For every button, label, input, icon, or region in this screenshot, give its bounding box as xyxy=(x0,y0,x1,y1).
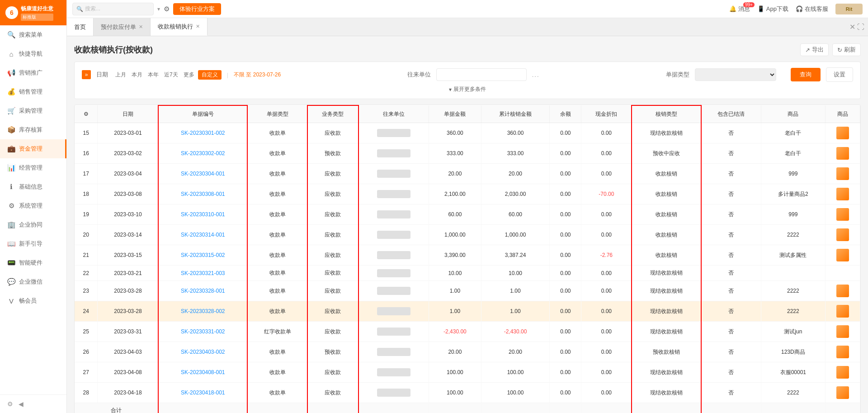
message-btn[interactable]: 🔔 消息 99+ xyxy=(729,5,750,13)
tab-receipt-close[interactable]: ✕ xyxy=(196,24,200,29)
sidebar-item-search[interactable]: 🔍 搜索菜单 xyxy=(0,25,66,44)
code-link[interactable]: SK-20230321-003 xyxy=(181,270,225,276)
filter-query-btn[interactable]: 查询 xyxy=(791,68,821,81)
tab-close-btn[interactable]: ✕ xyxy=(849,23,855,31)
sidebar-item-guide[interactable]: 📖 新手引导 xyxy=(0,234,66,253)
sidebar-item-marketing[interactable]: 📢 营销推广 xyxy=(0,63,66,82)
collapse-icon[interactable]: ◀ xyxy=(19,400,24,408)
row-num: 19 xyxy=(75,204,98,225)
sidebar-item-hardware[interactable]: 📟 智能硬件 xyxy=(0,253,66,272)
filter-expand-btn[interactable]: ▾ 展开更多条件 xyxy=(449,85,486,93)
row-date: 2023-04-18 xyxy=(98,383,159,403)
product-image xyxy=(836,167,849,180)
code-link[interactable]: SK-20230302-002 xyxy=(181,150,225,157)
row-balance: 0.00 xyxy=(550,362,581,383)
sidebar-item-system[interactable]: ⚙ 系统管理 xyxy=(0,196,66,215)
code-link[interactable]: SK-20230328-001 xyxy=(181,288,225,294)
sidebar-item-wechat[interactable]: 💬 企业微信 xyxy=(0,272,66,291)
row-discount: 0.00 xyxy=(581,143,632,164)
row-num: 28 xyxy=(75,383,98,403)
th-settings[interactable]: ⚙ xyxy=(75,105,98,123)
code-link[interactable]: SK-20230408-001 xyxy=(181,369,225,375)
filter-this-year[interactable]: 本年 xyxy=(146,70,160,80)
filter-partner-input[interactable] xyxy=(436,68,527,81)
row-cancel-type: 现结收款核销 xyxy=(632,362,701,383)
filter-toggle-btn[interactable]: » xyxy=(82,70,91,79)
export-btn[interactable]: ↗ 导出 xyxy=(800,43,829,56)
row-biz-type: 应收款 xyxy=(307,204,359,225)
row-settled: 否 xyxy=(701,362,761,383)
sidebar-item-ops[interactable]: 📊 经营管理 xyxy=(0,158,66,177)
filter-settings-btn[interactable]: 设置 xyxy=(826,67,853,82)
sidebar-item-inventory[interactable]: 📦 库存核算 xyxy=(0,120,66,139)
sidebar-item-basic[interactable]: ℹ 基础信息 xyxy=(0,177,66,196)
code-link[interactable]: SK-20230331-002 xyxy=(181,328,225,335)
sidebar-item-sales[interactable]: 💰 销售管理 xyxy=(0,82,66,101)
row-goods: 老白干 xyxy=(761,123,826,143)
code-link[interactable]: SK-20230304-001 xyxy=(181,171,225,177)
row-discount: 0.00 xyxy=(581,123,632,143)
code-link[interactable]: SK-20230310-001 xyxy=(181,211,225,218)
topbar-chevron-icon[interactable]: ▾ xyxy=(157,6,160,12)
topbar-gear-icon[interactable]: ⚙ xyxy=(164,5,170,13)
row-num: 22 xyxy=(75,266,98,281)
row-type: 红字收款单 xyxy=(247,322,307,342)
row-goods: 999 xyxy=(761,164,826,184)
tab-maximize-btn[interactable]: ⛶ xyxy=(857,23,864,31)
topbar-search[interactable]: 🔍 搜索... xyxy=(72,3,154,15)
table-row: 18 2023-03-08 SK-20230308-001 收款单 应收款 ██… xyxy=(75,184,860,204)
money-icon: 💰 xyxy=(7,88,15,96)
sidebar-item-purchase[interactable]: 🛒 采购管理 xyxy=(0,101,66,120)
row-discount: 0.00 xyxy=(581,322,632,342)
code-link[interactable]: SK-20230418-001 xyxy=(181,389,225,396)
row-discount: 0.00 xyxy=(581,225,632,245)
row-goods: 测试多属性 xyxy=(761,245,826,266)
tab-prepay[interactable]: 预付款应付单 ✕ xyxy=(94,18,151,36)
filter-custom-btn[interactable]: 自定义 xyxy=(198,70,222,80)
row-type: 收款单 xyxy=(247,362,307,383)
code-link[interactable]: SK-20230301-002 xyxy=(181,130,225,136)
settings-footer-icon[interactable]: ⚙ xyxy=(7,400,13,408)
sidebar-item-member[interactable]: V 畅会员 xyxy=(0,291,66,310)
filter-this-month[interactable]: 本月 xyxy=(130,70,144,80)
industry-btn[interactable]: 体验行业方案 xyxy=(173,3,221,15)
filter-voucher-type[interactable] xyxy=(695,68,776,81)
row-partner: ████ xyxy=(359,383,429,403)
th-goods1: 商品 xyxy=(761,105,826,123)
row-balance: 0.00 xyxy=(550,143,581,164)
refresh-btn[interactable]: ↻ 刷新 xyxy=(832,43,861,56)
code-link[interactable]: SK-20230315-002 xyxy=(181,252,225,258)
filter-last-month[interactable]: 上月 xyxy=(113,70,128,80)
filter-more[interactable]: 更多 xyxy=(182,70,196,80)
row-code: SK-20230308-001 xyxy=(158,184,247,204)
tab-receipt[interactable]: 收款核销执行 ✕ xyxy=(151,18,208,36)
product-image xyxy=(836,127,849,139)
row-partner: ████ xyxy=(359,301,429,322)
row-code: SK-20230418-001 xyxy=(158,383,247,403)
refresh-icon: ↻ xyxy=(837,47,842,53)
row-partner: ████ xyxy=(359,123,429,143)
row-amount: 20.00 xyxy=(429,164,481,184)
row-type: 收款单 xyxy=(247,281,307,301)
row-biz-type: 应收款 xyxy=(307,322,359,342)
tab-prepay-close[interactable]: ✕ xyxy=(139,24,143,30)
bell-icon: 🔔 xyxy=(729,5,736,12)
sidebar-item-corp[interactable]: 🏢 企业协同 xyxy=(0,215,66,234)
code-link[interactable]: SK-20230308-001 xyxy=(181,191,225,197)
sidebar: 6 畅康道好生意 标推版 🔍 搜索菜单 ⌂ 快捷导航 📢 营销推广 💰 销售管理… xyxy=(0,0,67,413)
table-row: 21 2023-03-15 SK-20230315-002 收款单 应收款 ██… xyxy=(75,245,860,266)
code-link[interactable]: SK-20230328-002 xyxy=(181,308,225,314)
data-table: ⚙ 日期 单据编号 单据类型 业务类型 往来单位 单据金额 累计核销金额 余额 … xyxy=(75,105,860,413)
code-link[interactable]: SK-20230314-001 xyxy=(181,232,225,238)
filter-7days[interactable]: 近7天 xyxy=(162,70,180,80)
sidebar-item-quick[interactable]: ⌂ 快捷导航 xyxy=(0,44,66,63)
row-amount: 3,390.00 xyxy=(429,245,481,266)
product-image xyxy=(836,285,849,297)
sidebar-item-finance[interactable]: 💼 资金管理 xyxy=(0,139,66,158)
tab-home[interactable]: 首页 xyxy=(67,18,94,36)
tabbar: 首页 预付款应付单 ✕ 收款核销执行 ✕ ✕ ⛶ xyxy=(67,18,868,36)
code-link[interactable]: SK-20230403-002 xyxy=(181,349,225,355)
online-service-btn[interactable]: 🎧 在线客服 xyxy=(796,5,828,13)
user-avatar[interactable]: Rit xyxy=(835,4,863,14)
app-download-btn[interactable]: 📱 App下载 xyxy=(757,5,788,13)
